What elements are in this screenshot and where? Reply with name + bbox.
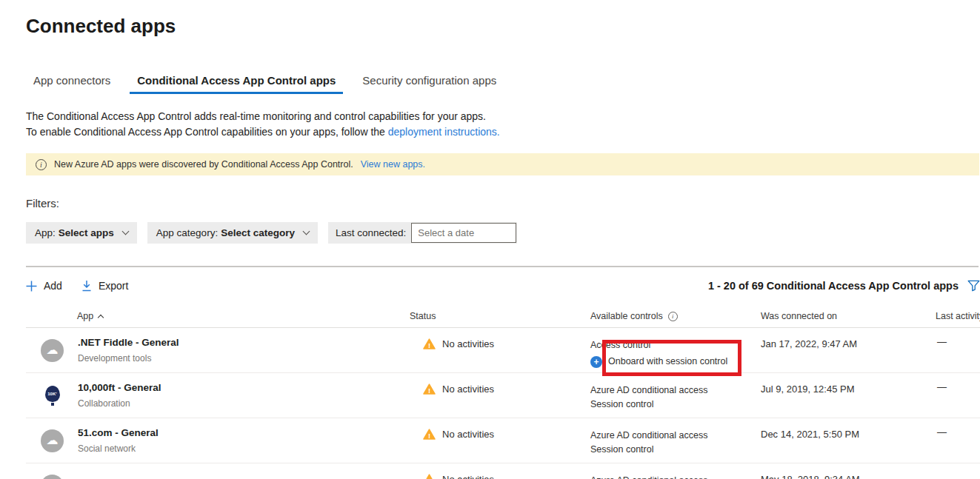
warning-icon: ! — [423, 429, 436, 440]
control-line-1: Azure AD conditional access — [590, 474, 761, 479]
download-icon — [81, 280, 92, 292]
warning-icon: ! — [423, 383, 436, 395]
column-header-last-activity-label: Last activity — [936, 311, 980, 321]
section-divider — [26, 266, 979, 267]
svg-text:!: ! — [428, 432, 430, 440]
view-new-apps-link[interactable]: View new apps. — [361, 159, 425, 170]
tab-label: Conditional Access App Control apps — [137, 74, 336, 87]
was-connected-on-value: Jan 17, 2022, 9:47 AM — [761, 328, 936, 372]
column-header-app[interactable]: App — [26, 311, 410, 321]
app-name: 10,000ft - General — [78, 382, 161, 393]
svg-text:!: ! — [428, 477, 430, 479]
tab-conditional-access-app-control-apps[interactable]: Conditional Access App Control apps — [130, 74, 343, 94]
last-connected-date-input[interactable] — [411, 223, 516, 243]
warning-icon: ! — [423, 474, 436, 479]
last-connected-filter: Last connected: — [328, 222, 517, 244]
control-line-2: Session control — [590, 443, 761, 457]
svg-text:!: ! — [428, 386, 430, 395]
svg-text:!: ! — [428, 341, 430, 349]
balloon-icon — [41, 384, 64, 407]
column-header-last-activity[interactable]: Last activity — [936, 311, 980, 321]
add-circle-icon — [590, 356, 602, 368]
app-category: Development tools — [78, 353, 179, 364]
status-text: No activities — [442, 474, 494, 479]
table-header-row: App Status Available controls Was connec… — [26, 305, 980, 328]
export-button-label: Export — [99, 280, 128, 292]
cloud-icon — [41, 429, 64, 452]
funnel-icon — [967, 280, 980, 292]
connected-apps-page: Connected apps App connectors Conditiona… — [0, 0, 980, 479]
deployment-instructions-link[interactable]: deployment instructions. — [388, 126, 500, 138]
was-connected-on-value: Jul 9, 2019, 12:45 PM — [761, 373, 936, 418]
column-header-app-label: App — [77, 311, 93, 321]
control-line-1: Azure AD conditional access — [590, 383, 761, 398]
control-line-2: Session control — [590, 398, 761, 412]
cloud-icon — [41, 339, 64, 362]
add-button-label: Add — [44, 280, 62, 292]
info-icon[interactable] — [668, 312, 678, 321]
add-button[interactable]: Add — [26, 280, 62, 292]
last-activity-value: — — [936, 418, 980, 463]
info-icon — [36, 159, 47, 170]
filter-funnel-button[interactable] — [967, 280, 980, 292]
tab-label: App connectors — [33, 74, 110, 87]
column-header-status-label: Status — [410, 311, 436, 321]
column-header-status[interactable]: Status — [410, 311, 590, 321]
column-header-was-connected-on-label: Was connected on — [761, 311, 837, 321]
table-row[interactable]: .NET Fiddle - General Development tools … — [26, 328, 980, 373]
was-connected-on-value: Dec 14, 2021, 5:50 PM — [761, 418, 936, 463]
warning-icon: ! — [423, 338, 436, 349]
export-button[interactable]: Export — [81, 280, 128, 292]
app-name: 51.com - General — [78, 427, 159, 438]
app-category-filter-prefix: App category: — [156, 227, 218, 238]
table-row[interactable]: 7Geese - General ! No activities Azure A… — [26, 463, 980, 479]
plus-icon — [26, 281, 37, 292]
tab-bar: App connectors Conditional Access App Co… — [26, 74, 504, 94]
status-text: No activities — [442, 338, 494, 349]
last-activity-value: — — [936, 328, 980, 372]
filters-label: Filters: — [26, 197, 59, 210]
results-count: 1 - 20 of 69 Conditional Access App Cont… — [708, 280, 959, 292]
onboard-with-session-control-action[interactable]: Onboard with session control — [590, 355, 761, 369]
app-filter-prefix: App: — [35, 227, 56, 238]
info-banner: New Azure AD apps were discovered by Con… — [26, 153, 979, 175]
chevron-down-icon — [303, 228, 310, 235]
filter-row: App:Select apps App category:Select cate… — [26, 222, 517, 244]
chevron-down-icon — [121, 228, 129, 235]
table-body: .NET Fiddle - General Development tools … — [26, 328, 980, 479]
table-row[interactable]: 51.com - General Social network ! No act… — [26, 418, 980, 463]
table-row[interactable]: 10,000ft - General Collaboration ! No ac… — [26, 373, 980, 418]
control-line-1: Access control — [590, 338, 761, 352]
app-filter-value: Select apps — [59, 227, 114, 238]
status-text: No activities — [442, 429, 494, 440]
cloud-icon — [41, 475, 64, 479]
description-line-1: The Conditional Access App Control adds … — [26, 109, 500, 124]
control-line-2: Onboard with session control — [608, 355, 727, 369]
app-filter-dropdown[interactable]: App:Select apps — [26, 222, 137, 244]
tab-label: Security configuration apps — [362, 74, 496, 87]
tab-security-configuration-apps[interactable]: Security configuration apps — [355, 74, 504, 94]
last-activity-value: — — [936, 373, 980, 418]
banner-text: New Azure AD apps were discovered by Con… — [54, 159, 353, 170]
app-category-filter-dropdown[interactable]: App category:Select category — [147, 222, 318, 244]
control-line-1: Azure AD conditional access — [590, 429, 761, 443]
column-header-available-controls[interactable]: Available controls — [590, 311, 761, 321]
sort-ascending-icon — [98, 314, 104, 320]
column-header-available-controls-label: Available controls — [590, 311, 663, 321]
description: The Conditional Access App Control adds … — [26, 109, 500, 140]
app-category: Collaboration — [78, 398, 161, 409]
status-text: No activities — [442, 383, 494, 395]
last-connected-label: Last connected: — [336, 227, 406, 238]
description-line-2-text: To enable Conditional Access App Control… — [26, 126, 388, 138]
was-connected-on-value: May 18, 2018, 9:34 AM — [761, 463, 936, 479]
last-activity-value — [936, 463, 980, 479]
page-title: Connected apps — [26, 15, 176, 38]
table-toolbar: Add Export 1 - 20 of 69 Conditional Acce… — [26, 275, 980, 297]
app-category: Social network — [78, 443, 159, 454]
column-header-was-connected-on[interactable]: Was connected on — [761, 311, 936, 321]
app-name: .NET Fiddle - General — [78, 337, 179, 348]
description-line-2: To enable Conditional Access App Control… — [26, 124, 500, 140]
tab-app-connectors[interactable]: App connectors — [26, 74, 118, 94]
app-category-filter-value: Select category — [221, 227, 295, 238]
